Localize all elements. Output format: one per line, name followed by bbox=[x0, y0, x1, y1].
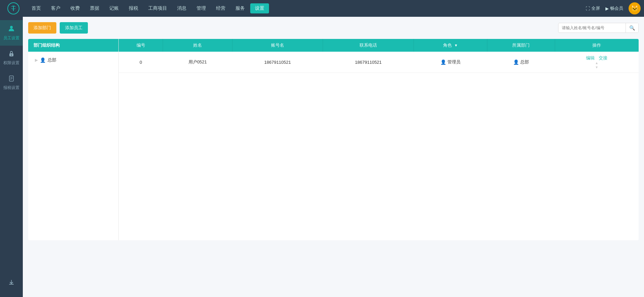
cell-actions: 编辑 交接 ▲ ▼ bbox=[555, 52, 639, 73]
search-button[interactable]: 🔍 bbox=[626, 23, 638, 33]
tree-item-root[interactable]: ▶ 👤 总部 bbox=[32, 55, 114, 65]
nav-item-service[interactable]: 服务 bbox=[231, 3, 250, 13]
cell-id: 0 bbox=[119, 52, 163, 73]
cell-role: 👤 管理员 bbox=[414, 52, 487, 73]
nav-item-business[interactable]: 工商项目 bbox=[144, 3, 172, 13]
table-panel: 编号 姓名 账号名 联系电话 角色 ▼ 所属部门 操作 bbox=[119, 39, 639, 240]
nav-item-operation[interactable]: 经营 bbox=[211, 3, 230, 13]
sidebar-item-employee[interactable]: 员工设置 bbox=[0, 20, 23, 46]
lock-icon bbox=[8, 50, 15, 59]
col-id: 编号 bbox=[119, 39, 163, 52]
dept-label: 总部 bbox=[520, 59, 529, 65]
tree-person-icon: 👤 bbox=[40, 57, 46, 63]
col-role[interactable]: 角色 ▼ bbox=[414, 39, 487, 52]
role-person-icon: 👤 bbox=[440, 59, 446, 65]
nav-item-manage[interactable]: 管理 bbox=[192, 3, 211, 13]
logo-icon bbox=[7, 2, 19, 14]
fullscreen-icon: ⛶ bbox=[586, 6, 590, 11]
fullscreen-label: 全屏 bbox=[591, 5, 600, 11]
sidebar-item-download[interactable] bbox=[7, 275, 16, 292]
tree-expand-icon: ▶ bbox=[35, 58, 38, 62]
tree-item-label: 总部 bbox=[48, 57, 112, 63]
avatar[interactable]: 🐱 bbox=[629, 2, 641, 14]
fullscreen-button[interactable]: ⛶ 全屏 bbox=[586, 5, 600, 11]
role-filter-icon: ▼ bbox=[454, 43, 458, 47]
col-dept: 所属部门 bbox=[487, 39, 555, 52]
edit-button[interactable]: 编辑 bbox=[586, 55, 595, 60]
col-phone: 联系电话 bbox=[323, 39, 414, 52]
search-box: 🔍 bbox=[558, 23, 639, 33]
content-area: 添加部门 添加员工 🔍 部门组织结构 ▶ 👤 总部 bbox=[23, 17, 644, 297]
cell-dept: 👤 总部 bbox=[487, 52, 555, 73]
col-name: 姓名 bbox=[163, 39, 232, 52]
person-icon bbox=[8, 25, 15, 34]
vip-icon: ▶ bbox=[605, 6, 609, 11]
add-employee-button[interactable]: 添加员工 bbox=[60, 22, 88, 34]
nav-items: 首页 客户 收费 票据 记账 报税 工商项目 消息 管理 经营 服务 设置 bbox=[27, 3, 586, 13]
sidebar: 员工设置 权限设置 报税设置 bbox=[0, 17, 23, 297]
search-icon: 🔍 bbox=[629, 25, 635, 31]
sidebar-item-permission[interactable]: 权限设置 bbox=[0, 46, 23, 70]
cell-name: 用户0521 bbox=[163, 52, 232, 73]
nav-item-invoice[interactable]: 票据 bbox=[85, 3, 104, 13]
top-nav: 首页 客户 收费 票据 记账 报税 工商项目 消息 管理 经营 服务 设置 ⛶ … bbox=[0, 0, 644, 17]
nav-item-bookkeeping[interactable]: 记账 bbox=[105, 3, 123, 13]
nav-item-billing[interactable]: 收费 bbox=[66, 3, 85, 13]
vip-button[interactable]: ▶ 畅会员 bbox=[605, 5, 623, 11]
role-label: 管理员 bbox=[447, 59, 461, 65]
toolbar: 添加部门 添加员工 🔍 bbox=[28, 22, 639, 34]
cell-phone: 18679110521 bbox=[323, 52, 414, 73]
transfer-button[interactable]: 交接 bbox=[599, 55, 607, 60]
nav-item-message[interactable]: 消息 bbox=[172, 3, 191, 13]
file-icon bbox=[8, 75, 15, 84]
add-dept-button[interactable]: 添加部门 bbox=[28, 22, 56, 34]
sidebar-item-permission-label: 权限设置 bbox=[3, 60, 19, 66]
sidebar-bottom bbox=[7, 275, 16, 297]
nav-item-settings[interactable]: 设置 bbox=[250, 3, 269, 13]
col-actions: 操作 bbox=[555, 39, 639, 52]
nav-item-client[interactable]: 客户 bbox=[46, 3, 65, 13]
main-layout: 员工设置 权限设置 报税设置 bbox=[0, 17, 644, 297]
search-input[interactable] bbox=[558, 23, 626, 32]
col-account: 账号名 bbox=[232, 39, 323, 52]
svg-point-3 bbox=[11, 55, 12, 56]
vip-label: 畅会员 bbox=[610, 5, 623, 11]
svg-point-1 bbox=[10, 26, 13, 29]
cell-account: 18679110521 bbox=[232, 52, 323, 73]
scroll-arrows: ▲ ▼ bbox=[559, 61, 635, 69]
employee-table: 编号 姓名 账号名 联系电话 角色 ▼ 所属部门 操作 bbox=[119, 39, 639, 73]
nav-item-home[interactable]: 首页 bbox=[27, 3, 46, 13]
sidebar-item-tax-settings[interactable]: 报税设置 bbox=[0, 70, 23, 95]
download-icon bbox=[8, 279, 15, 288]
logo bbox=[3, 2, 23, 14]
sidebar-item-employee-label: 员工设置 bbox=[3, 35, 19, 41]
nav-item-tax[interactable]: 报税 bbox=[124, 3, 143, 13]
table-row: 0 用户0521 18679110521 18679110521 👤 管理员 bbox=[119, 52, 639, 73]
dept-person-icon: 👤 bbox=[513, 59, 519, 65]
tree-body: ▶ 👤 总部 bbox=[28, 52, 118, 68]
tree-header: 部门组织结构 bbox=[28, 39, 118, 52]
main-panel: 部门组织结构 ▶ 👤 总部 编号 姓名 账号名 bbox=[28, 39, 639, 240]
tree-panel: 部门组织结构 ▶ 👤 总部 bbox=[28, 39, 119, 240]
sidebar-item-tax-label: 报税设置 bbox=[3, 85, 19, 91]
nav-right: ⛶ 全屏 ▶ 畅会员 🐱 bbox=[586, 2, 641, 14]
